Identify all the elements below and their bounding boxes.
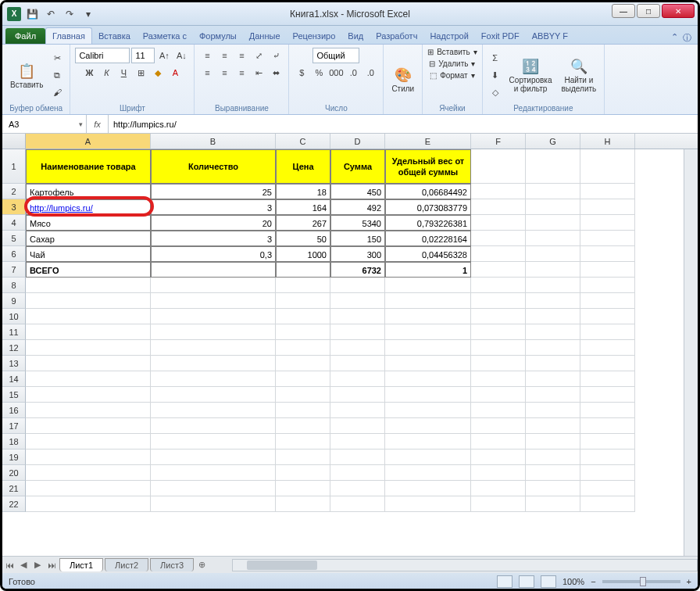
undo-icon[interactable]: ↶ xyxy=(43,6,59,22)
cell[interactable] xyxy=(330,496,385,512)
cell[interactable] xyxy=(526,199,580,215)
sheet-tab-2[interactable]: Лист2 xyxy=(105,558,148,571)
cell[interactable] xyxy=(526,340,580,356)
cell[interactable]: 267 xyxy=(276,215,330,231)
cell[interactable] xyxy=(276,496,330,512)
tab-insert[interactable]: Вставка xyxy=(92,28,137,44)
cell[interactable] xyxy=(526,246,580,262)
normal-view-icon[interactable] xyxy=(497,575,512,588)
font-name-select[interactable] xyxy=(75,48,130,63)
row-header[interactable]: 20 xyxy=(2,465,26,481)
cell[interactable] xyxy=(580,387,635,403)
col-header-H[interactable]: H xyxy=(580,134,635,149)
new-sheet-icon[interactable]: ⊕ xyxy=(195,560,209,570)
cell[interactable] xyxy=(580,450,635,465)
cell[interactable] xyxy=(580,278,635,293)
cell[interactable]: 50 xyxy=(276,231,330,246)
cell[interactable] xyxy=(151,324,276,340)
number-format-select[interactable] xyxy=(312,48,359,63)
cell[interactable] xyxy=(276,481,330,496)
col-header-A[interactable]: A xyxy=(26,134,151,149)
row-header[interactable]: 15 xyxy=(2,387,26,403)
cell[interactable] xyxy=(526,450,580,465)
percent-icon[interactable]: % xyxy=(311,65,327,81)
cell[interactable] xyxy=(580,246,635,262)
horizontal-scrollbar[interactable] xyxy=(232,559,698,571)
cell[interactable] xyxy=(276,340,330,356)
cell[interactable] xyxy=(330,465,385,481)
cell[interactable]: Картофель xyxy=(26,184,151,199)
save-icon[interactable]: 💾 xyxy=(24,6,40,22)
cell[interactable]: http://lumpics.ru/ xyxy=(26,199,151,215)
cell[interactable]: 450 xyxy=(330,184,385,199)
find-button[interactable]: 🔍 Найти и выделить xyxy=(558,56,599,95)
cell[interactable] xyxy=(26,293,151,309)
border-icon[interactable]: ⊞ xyxy=(133,65,148,81)
cell[interactable] xyxy=(151,309,276,324)
row-header[interactable]: 7 xyxy=(2,262,26,278)
row-header[interactable]: 1 xyxy=(2,149,26,184)
cell[interactable] xyxy=(526,434,580,450)
cell[interactable]: 25 xyxy=(151,184,276,199)
cell[interactable] xyxy=(276,356,330,371)
col-header-G[interactable]: G xyxy=(526,134,580,149)
cell[interactable] xyxy=(385,403,471,418)
align-center-icon[interactable]: ≡ xyxy=(216,65,232,81)
page-break-view-icon[interactable] xyxy=(541,575,556,588)
cell[interactable] xyxy=(526,371,580,387)
cell[interactable] xyxy=(385,340,471,356)
cell[interactable]: 164 xyxy=(276,199,330,215)
cell[interactable] xyxy=(580,418,635,434)
zoom-in-icon[interactable]: + xyxy=(687,577,691,586)
cell[interactable]: 6732 xyxy=(330,262,385,278)
align-mid-icon[interactable]: ≡ xyxy=(216,48,232,63)
minimize-button[interactable]: — xyxy=(612,4,635,18)
clear-icon[interactable]: ◇ xyxy=(488,84,503,100)
autosum-icon[interactable]: Σ xyxy=(488,50,503,66)
cell[interactable] xyxy=(276,387,330,403)
col-header-E[interactable]: E xyxy=(385,134,471,149)
cell[interactable] xyxy=(471,184,526,199)
cell[interactable] xyxy=(26,403,151,418)
cell[interactable] xyxy=(151,418,276,434)
grid-body[interactable]: 1Наименование товараКоличествоЦенаСуммаУ… xyxy=(2,149,698,556)
cell[interactable] xyxy=(580,199,635,215)
next-sheet-icon[interactable]: ▶ xyxy=(30,560,45,570)
cell[interactable] xyxy=(276,324,330,340)
row-header[interactable]: 21 xyxy=(2,481,26,496)
paste-button[interactable]: 📋 Вставить xyxy=(7,60,46,91)
cell[interactable] xyxy=(385,293,471,309)
cell[interactable] xyxy=(26,387,151,403)
cell[interactable] xyxy=(26,481,151,496)
col-header-F[interactable]: F xyxy=(471,134,526,149)
cell[interactable] xyxy=(580,262,635,278)
sheet-tab-1[interactable]: Лист1 xyxy=(59,558,103,571)
cell[interactable] xyxy=(471,340,526,356)
cell[interactable] xyxy=(580,215,635,231)
tab-addins[interactable]: Надстрой xyxy=(423,28,474,44)
row-header[interactable]: 19 xyxy=(2,450,26,465)
cell[interactable] xyxy=(580,324,635,340)
cell[interactable] xyxy=(26,324,151,340)
tab-developer[interactable]: Разработч xyxy=(370,28,423,44)
cell[interactable] xyxy=(471,215,526,231)
cell[interactable] xyxy=(26,371,151,387)
cell[interactable] xyxy=(526,231,580,246)
cell[interactable]: ВСЕГО xyxy=(26,262,151,278)
cell[interactable]: 1 xyxy=(385,262,471,278)
underline-button[interactable]: Ч xyxy=(116,65,131,81)
align-left-icon[interactable]: ≡ xyxy=(199,65,215,81)
cell[interactable] xyxy=(330,324,385,340)
cell[interactable]: 3 xyxy=(151,199,276,215)
cell[interactable] xyxy=(580,481,635,496)
cell[interactable] xyxy=(471,246,526,262)
cell[interactable] xyxy=(330,450,385,465)
zoom-slider[interactable] xyxy=(602,580,680,583)
tab-review[interactable]: Рецензиро xyxy=(287,28,342,44)
col-header-D[interactable]: D xyxy=(330,134,385,149)
cell[interactable] xyxy=(151,356,276,371)
cell[interactable] xyxy=(471,450,526,465)
tab-view[interactable]: Вид xyxy=(341,28,370,44)
cell[interactable] xyxy=(276,434,330,450)
merge-icon[interactable]: ⬌ xyxy=(268,65,284,81)
